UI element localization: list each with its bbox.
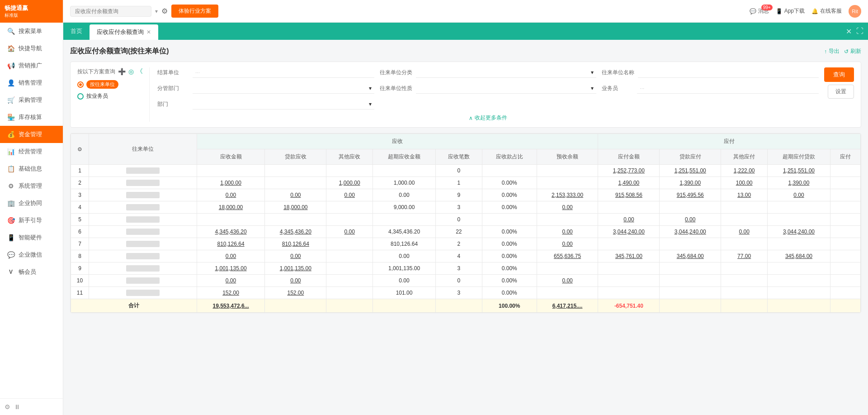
sidebar-item-inventory[interactable]: 🏪 库存核算	[0, 109, 63, 126]
sidebar-item-quick-nav[interactable]: 🏠 快捷导航	[0, 40, 63, 57]
table-cell[interactable]	[537, 214, 598, 226]
table-cell[interactable]: 0.00	[768, 189, 830, 201]
table-cell[interactable]	[326, 275, 373, 287]
table-cell[interactable]	[598, 287, 660, 299]
salesman-input[interactable]: ···	[637, 83, 819, 94]
table-cell[interactable]	[265, 177, 326, 189]
table-cell[interactable]	[537, 177, 598, 189]
table-cell[interactable]: 1,251,551.00	[660, 165, 721, 177]
close-window-icon[interactable]: ✕	[846, 27, 852, 36]
table-cell[interactable]: 1,000.00	[197, 177, 265, 189]
table-cell[interactable]: 0.00	[537, 201, 598, 214]
table-cell[interactable]: 1,222.00	[721, 165, 768, 177]
table-cell[interactable]: 0.00	[537, 238, 598, 250]
table-cell[interactable]	[721, 214, 768, 226]
table-cell[interactable]: 3,044,240.00	[598, 226, 660, 238]
table-cell[interactable]: 915,495.56	[660, 189, 721, 201]
table-cell[interactable]	[197, 165, 265, 177]
sidebar-item-marketing[interactable]: 📢 营销推广	[0, 57, 63, 74]
table-cell[interactable]	[537, 165, 598, 177]
table-cell[interactable]: 0.00	[537, 275, 598, 287]
table-container[interactable]: ⚙ 往来单位 应收 应付 应收金额 贷款应收 其他应收 超期应收金额	[71, 134, 861, 313]
table-cell[interactable]: 3,044,240.00	[660, 226, 721, 238]
collapse-icon[interactable]: ⏸	[14, 403, 20, 410]
table-cell[interactable]: 1,001,135.00	[197, 262, 265, 275]
breadcrumb-input[interactable]	[70, 6, 151, 17]
table-cell[interactable]: 4,345,436.20	[197, 226, 265, 238]
back-icon[interactable]: 《	[137, 67, 143, 76]
table-cell[interactable]: 152.00	[197, 287, 265, 299]
table-cell[interactable]	[660, 262, 721, 275]
table-cell[interactable]: 77.00	[721, 250, 768, 262]
tab-close-icon[interactable]: ✕	[146, 29, 151, 35]
sidebar-item-guide[interactable]: 🎯 新手引导	[0, 212, 63, 229]
table-cell[interactable]: 3,044,240.00	[768, 226, 830, 238]
manage-dept-select[interactable]: ▾	[193, 83, 374, 94]
table-cell[interactable]: 4,345,436.20	[265, 226, 326, 238]
table-cell[interactable]: 0.00	[721, 226, 768, 238]
table-cell[interactable]: 345,761.00	[598, 250, 660, 262]
sidebar-item-purchase[interactable]: 🛒 采购管理	[0, 91, 63, 109]
sidebar-item-enterprise[interactable]: 🏢 企业协同	[0, 195, 63, 212]
table-cell[interactable]	[197, 214, 265, 226]
table-cell[interactable]: 0.00	[326, 226, 373, 238]
method-by-salesman[interactable]: 按业务员	[77, 92, 145, 100]
tab-home[interactable]: 首页	[63, 23, 90, 40]
table-cell[interactable]: 0.00	[265, 275, 326, 287]
table-cell[interactable]: 345,684.00	[768, 250, 830, 262]
table-cell[interactable]	[326, 262, 373, 275]
app-download-btn[interactable]: 📱 App下载	[776, 7, 805, 15]
table-cell[interactable]	[660, 201, 721, 214]
table-cell[interactable]	[721, 262, 768, 275]
table-cell[interactable]	[326, 165, 373, 177]
trial-btn[interactable]: 体验行业方案	[171, 5, 218, 18]
tab-ar-ap[interactable]: 应收应付余额查询 ✕	[90, 24, 158, 40]
partner-nature-select[interactable]: ▾	[416, 83, 597, 94]
table-cell[interactable]	[598, 238, 660, 250]
table-cell[interactable]	[326, 238, 373, 250]
table-cell[interactable]	[768, 275, 830, 287]
table-cell[interactable]	[660, 238, 721, 250]
table-cell[interactable]	[326, 214, 373, 226]
table-cell[interactable]: 0.00	[660, 214, 721, 226]
settings-gear-icon[interactable]: ⚙	[161, 7, 168, 15]
sidebar-item-hardware[interactable]: 📱 智能硬件	[0, 229, 63, 246]
sidebar-item-system[interactable]: ⚙ 系统管理	[0, 177, 63, 195]
table-cell[interactable]: 1,390.00	[660, 177, 721, 189]
sidebar-item-search-menu[interactable]: 🔍 搜索菜单	[0, 23, 63, 40]
export-btn[interactable]: ↑ 导出	[824, 48, 840, 55]
table-cell[interactable]: 0.00	[197, 275, 265, 287]
sidebar-item-finance[interactable]: 💰 资金管理	[0, 126, 63, 143]
table-cell[interactable]: 0.00	[197, 189, 265, 201]
query-btn[interactable]: 查询	[824, 67, 854, 82]
table-cell[interactable]: 1,001,135.00	[265, 262, 326, 275]
table-cell[interactable]: 1,252,773.00	[598, 165, 660, 177]
table-cell[interactable]: 13.00	[721, 189, 768, 201]
refresh-btn[interactable]: ↺ 刷新	[844, 48, 861, 55]
table-cell[interactable]: 0.00	[265, 250, 326, 262]
table-cell[interactable]	[265, 214, 326, 226]
table-cell[interactable]	[768, 201, 830, 214]
partner-name-input[interactable]	[638, 67, 819, 78]
table-cell[interactable]: 2,153,333.00	[537, 189, 598, 201]
message-btn[interactable]: 💬 消息 99+	[750, 7, 769, 15]
table-cell[interactable]	[660, 287, 721, 299]
table-cell[interactable]	[598, 201, 660, 214]
table-cell[interactable]: 0.00	[598, 214, 660, 226]
dept-select[interactable]: ▾	[193, 99, 374, 110]
table-cell[interactable]	[326, 287, 373, 299]
user-avatar[interactable]: Rit	[849, 5, 861, 18]
table-cell[interactable]: 0.00	[197, 250, 265, 262]
table-cell[interactable]: 655,636.75	[537, 250, 598, 262]
collapse-btn[interactable]: ∧ 收起更多条件	[469, 114, 507, 122]
table-cell[interactable]	[721, 238, 768, 250]
table-cell[interactable]	[598, 262, 660, 275]
table-cell[interactable]	[537, 287, 598, 299]
sidebar-item-member[interactable]: V 畅会员	[0, 263, 63, 281]
table-cell[interactable]: 1,000.00	[326, 177, 373, 189]
add-condition-icon[interactable]: ➕	[118, 68, 126, 75]
table-cell[interactable]: 1,251,551.00	[768, 165, 830, 177]
table-cell[interactable]: 152.00	[265, 287, 326, 299]
table-cell[interactable]: 345,684.00	[660, 250, 721, 262]
table-cell[interactable]: 18,000.00	[265, 201, 326, 214]
